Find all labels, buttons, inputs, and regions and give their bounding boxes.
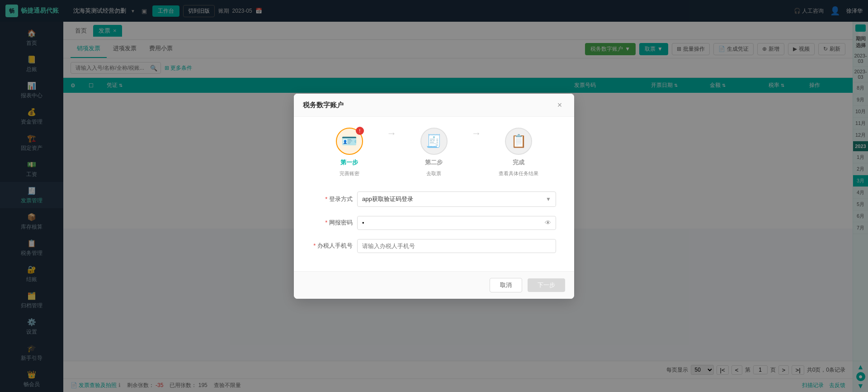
password-input-wrap: 👁 [357, 216, 556, 230]
required-mark: * [313, 242, 317, 249]
password-input[interactable] [358, 216, 545, 229]
close-icon: × [557, 100, 562, 110]
modal-overlay[interactable]: 税务数字账户 × 🪪 ! 第一步 完善账密 [0, 0, 868, 392]
password-label: * 网报密码 [312, 219, 353, 227]
step-1: 🪪 ! 第一步 完善账密 [312, 128, 387, 177]
step-3-icon-wrap: 📋 [505, 128, 532, 155]
login-method-value: app获取验证码登录 [358, 192, 546, 206]
modal-body: 🪪 ! 第一步 完善账密 → 🧾 第二步 去取票 [294, 117, 574, 271]
phone-input-wrap [357, 239, 556, 253]
step-2-desc: 去取票 [426, 170, 441, 177]
modal-footer: 取消 下一步 [294, 271, 574, 299]
step-3-desc: 查看具体任务结果 [499, 170, 538, 177]
phone-label: * 办税人手机号 [312, 242, 353, 250]
modal-header: 税务数字账户 × [294, 94, 574, 117]
step-1-icon-wrap: 🪪 ! [336, 128, 363, 155]
step-1-desc: 完善账密 [340, 170, 359, 177]
required-mark: * [325, 219, 329, 226]
step-arrow-1: → [387, 128, 396, 153]
steps: 🪪 ! 第一步 完善账密 → 🧾 第二步 去取票 [312, 128, 556, 177]
step-1-icon: 🪪 [341, 134, 357, 148]
form-row-login-method: * 登录方式 app获取验证码登录 ▼ [312, 191, 556, 207]
step-3-label: 完成 [513, 158, 524, 167]
step-2: 🧾 第二步 去取票 [396, 128, 471, 177]
cancel-button[interactable]: 取消 [490, 278, 522, 292]
eye-icon[interactable]: 👁 [545, 219, 556, 226]
login-method-select[interactable]: app获取验证码登录 ▼ [357, 191, 556, 207]
step-2-icon: 🧾 [426, 134, 442, 148]
form-row-phone: * 办税人手机号 [312, 239, 556, 253]
login-method-label: * 登录方式 [312, 195, 353, 203]
step-3-icon: 📋 [511, 134, 527, 148]
modal-close-button[interactable]: × [554, 100, 565, 111]
next-button[interactable]: 下一步 [528, 278, 565, 292]
step-1-badge: ! [356, 127, 364, 135]
required-mark: * [325, 196, 329, 202]
step-2-icon-wrap: 🧾 [420, 128, 448, 155]
modal-title: 税务数字账户 [303, 101, 344, 110]
step-1-label: 第一步 [340, 158, 358, 167]
step-3: 📋 完成 查看具体任务结果 [481, 128, 556, 177]
tax-digital-modal: 税务数字账户 × 🪪 ! 第一步 完善账密 [294, 94, 574, 299]
step-arrow-2: → [472, 128, 481, 153]
phone-input[interactable] [358, 239, 556, 253]
form-row-password: * 网报密码 👁 [312, 216, 556, 230]
step-2-label: 第二步 [425, 158, 443, 167]
chevron-down-icon: ▼ [546, 196, 556, 202]
